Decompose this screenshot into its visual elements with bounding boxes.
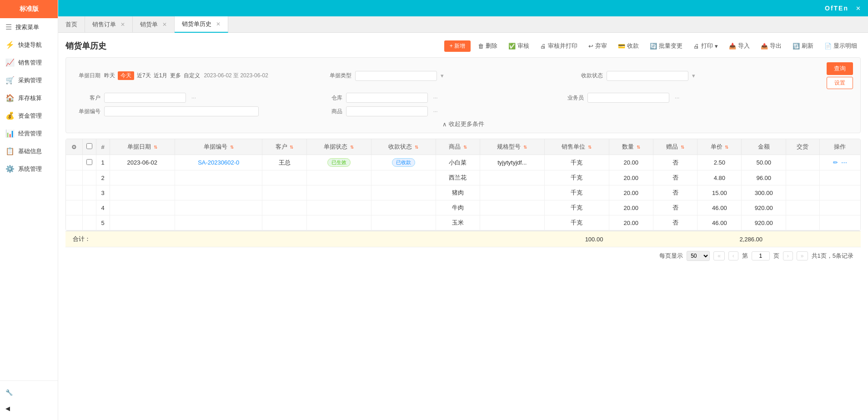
tab-sales-delivery[interactable]: 销货单 ✕ — [133, 16, 175, 33]
sidebar-item-inventory[interactable]: 🏠 库存核算 — [0, 89, 58, 107]
tab-sales-history-close[interactable]: ✕ — [216, 21, 221, 27]
print-button[interactable]: 🖨 打印 ▾ — [690, 40, 722, 52]
salesman-input[interactable] — [587, 93, 669, 103]
sidebar-item-sales-mgmt[interactable]: 📈 销售管理 — [0, 54, 58, 71]
col-gift[interactable]: 赠品 ⇅ — [653, 139, 697, 155]
collect-status-dropdown-icon[interactable]: ▾ — [692, 72, 695, 79]
collect-status-select[interactable] — [607, 71, 688, 81]
col-qty[interactable]: 数量 ⇅ — [609, 139, 653, 155]
batch-change-button[interactable]: 🔄 批量变更 — [646, 40, 686, 52]
row1-doc-no-link[interactable]: SA-20230602-0 — [198, 159, 239, 166]
col-qty-label: 数量 — [622, 143, 634, 150]
row5-unit-cell: 千克 — [544, 215, 609, 230]
query-button[interactable]: 查询 — [827, 62, 853, 75]
audit-button[interactable]: ✅ 审核 — [505, 40, 533, 52]
audit-icon: ✅ — [508, 43, 516, 50]
sidebar-item-purchase-mgmt[interactable]: 🛒 采购管理 — [0, 71, 58, 89]
sidebar-collapse-btn[interactable]: ◀ — [0, 400, 58, 416]
row1-action-cell: ✏ ⋯ — [819, 155, 860, 170]
row1-checkbox[interactable] — [86, 159, 92, 165]
date-shortcut-today[interactable]: 今天 — [118, 71, 134, 80]
sidebar-settings-btn[interactable]: 🔧 — [0, 385, 58, 400]
date-shortcut-1month[interactable]: 近1月 — [154, 72, 168, 80]
tab-sales-history[interactable]: 销货单历史 ✕ — [175, 16, 228, 33]
row1-doc-no-cell[interactable]: SA-20230602-0 — [175, 155, 262, 170]
goods-input[interactable] — [346, 106, 428, 116]
doc-type-select[interactable] — [355, 71, 437, 81]
goods-ellipsis[interactable]: ··· — [431, 108, 440, 115]
row2-gift-cell: 否 — [653, 170, 697, 185]
page-size-select[interactable]: 50 100 200 — [687, 251, 710, 261]
row3-qty-cell: 20.00 — [609, 185, 653, 200]
page-number-input[interactable] — [752, 251, 770, 260]
date-shortcut-7days[interactable]: 近7天 — [137, 72, 151, 80]
tab-home[interactable]: 首页 — [58, 16, 85, 33]
goods-label: 商品 — [315, 108, 342, 115]
header-close-btn[interactable]: ✕ — [856, 5, 861, 12]
sidebar-item-label: 库存核算 — [18, 94, 42, 102]
tab-sales-order[interactable]: 销售订单 ✕ — [85, 16, 133, 33]
sidebar-item-sys-mgmt[interactable]: ⚙️ 系统管理 — [0, 160, 58, 178]
col-unit[interactable]: 销售单位 ⇅ — [544, 139, 609, 155]
date-shortcut-yesterday[interactable]: 昨天 — [104, 72, 115, 80]
sidebar: 标准版 ☰ 搜索菜单 ⚡ 快捷导航 📈 销售管理 🛒 采购管理 🏠 库存核算 💰… — [0, 0, 58, 420]
last-page-btn[interactable]: » — [797, 251, 808, 260]
date-filter-group: 单据日期 昨天 今天 近7天 近1月 更多 自定义 2023-06-02 至 2… — [73, 71, 317, 80]
collapse-filter-btn[interactable]: ∧ 收起更多条件 — [73, 120, 853, 128]
date-shortcut-custom[interactable]: 自定义 — [184, 72, 200, 80]
audit-print-button[interactable]: 🖨 审核并打印 — [537, 40, 581, 52]
filter-row-2: 客户 ··· 仓库 ··· 业务员 ··· — [73, 93, 853, 103]
tab-sales-order-close[interactable]: ✕ — [120, 21, 125, 28]
row1-edit-link[interactable]: ✏ — [833, 159, 838, 166]
customer-input[interactable] — [104, 93, 186, 103]
abandon-button[interactable]: ↩ 弃审 — [585, 40, 611, 52]
filter-row-1: 单据日期 昨天 今天 近7天 近1月 更多 自定义 2023-06-02 至 2… — [73, 62, 853, 89]
date-shortcuts: 昨天 今天 近7天 近1月 更多 自定义 — [104, 71, 200, 80]
sidebar-item-quick-nav[interactable]: ⚡ 快捷导航 — [0, 36, 58, 54]
row1-more-link[interactable]: ⋯ — [841, 159, 847, 166]
col-collect-status-sort-icon: ⇅ — [415, 145, 418, 150]
collect-button[interactable]: 💳 收款 — [614, 40, 642, 52]
row2-goods-cell: 西兰花 — [436, 170, 480, 185]
table-settings-icon[interactable]: ⚙ — [71, 144, 77, 150]
sidebar-item-capital-mgmt[interactable]: 💰 资金管理 — [0, 107, 58, 125]
customer-filter-group: 客户 ··· — [73, 93, 308, 103]
col-customer[interactable]: 客户 ⇅ — [262, 139, 306, 155]
col-spec[interactable]: 规格型号 ⇅ — [480, 139, 544, 155]
prev-page-btn[interactable]: ‹ — [728, 251, 738, 260]
row1-collect-status-cell: 已收款 — [371, 155, 436, 170]
col-goods[interactable]: 商品 ⇅ — [436, 139, 480, 155]
warehouse-ellipsis[interactable]: ··· — [431, 95, 440, 101]
date-shortcut-more[interactable]: 更多 — [170, 72, 181, 80]
new-button[interactable]: + 新增 — [444, 40, 471, 52]
set-button[interactable]: 设置 — [827, 77, 853, 89]
import-button[interactable]: 📥 导入 — [725, 40, 753, 52]
doc-type-dropdown-icon[interactable]: ▾ — [441, 72, 444, 79]
select-all-checkbox[interactable] — [86, 143, 92, 149]
doc-no-input[interactable] — [104, 106, 259, 116]
audit-print-icon: 🖨 — [540, 43, 546, 50]
sidebar-item-search-menu[interactable]: ☰ 搜索菜单 — [0, 18, 58, 36]
show-detail-button[interactable]: 📄 显示明细 — [821, 40, 861, 52]
col-settings[interactable]: ⚙ — [66, 139, 82, 155]
col-date[interactable]: 单据日期 ⇅ — [110, 139, 175, 155]
export-button[interactable]: 📤 导出 — [757, 40, 785, 52]
first-page-btn[interactable]: « — [713, 251, 725, 260]
col-date-sort-icon: ⇅ — [154, 145, 157, 150]
col-price[interactable]: 单价 ⇅ — [697, 139, 742, 155]
row5-gift-cell: 否 — [653, 215, 697, 230]
row2-unit-cell: 千克 — [544, 170, 609, 185]
col-doc-no[interactable]: 单据编号 ⇅ — [175, 139, 262, 155]
next-page-btn[interactable]: › — [783, 251, 793, 260]
customer-ellipsis[interactable]: ··· — [190, 95, 198, 101]
col-doc-status[interactable]: 单据状态 ⇅ — [306, 139, 371, 155]
row1-trade-cell — [786, 155, 819, 170]
col-collect-status[interactable]: 收款状态 ⇅ — [371, 139, 436, 155]
warehouse-input[interactable] — [346, 93, 428, 103]
salesman-ellipsis[interactable]: ··· — [673, 95, 681, 101]
tab-sales-delivery-close[interactable]: ✕ — [162, 21, 167, 28]
sidebar-item-ops-mgmt[interactable]: 📊 经营管理 — [0, 125, 58, 142]
refresh-button[interactable]: 🔃 刷新 — [789, 40, 817, 52]
sidebar-item-basic-info[interactable]: 📋 基础信息 — [0, 142, 58, 160]
delete-button[interactable]: 🗑 删除 — [474, 40, 501, 52]
